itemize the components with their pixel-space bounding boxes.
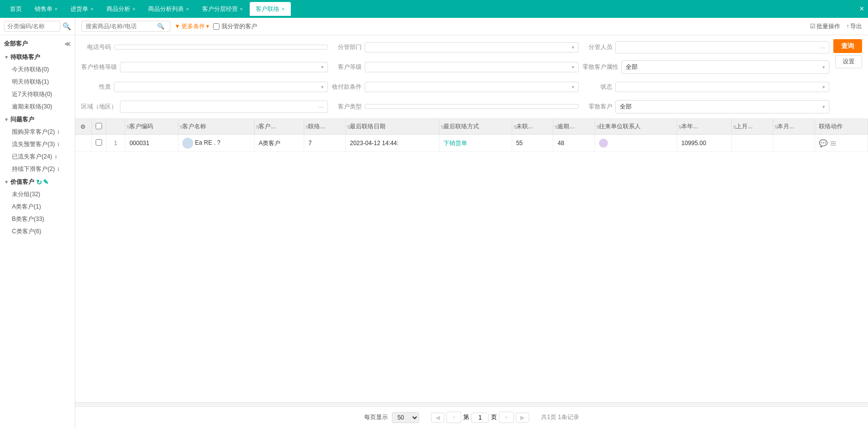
tab-product-analysis[interactable]: 商品分析 × — [101, 2, 141, 16]
th-checkbox[interactable] — [91, 119, 106, 135]
sidebar-item-today[interactable]: 今天待联络(0) — [0, 63, 75, 76]
sidebar-item-declining[interactable]: 持续下滑客户(2) ℹ — [0, 163, 75, 175]
page-input[interactable] — [471, 413, 489, 423]
prev-page-btn[interactable]: ＜ — [446, 412, 461, 423]
th-level[interactable]: ⇅ 客户... — [255, 119, 304, 135]
th-contact[interactable]: ⇅ 联络... — [304, 119, 346, 135]
filter-input-payment[interactable]: ▾ — [365, 82, 579, 92]
sidebar-group-pending[interactable]: ▼ 待联络客户 — [0, 51, 75, 63]
sidebar-item-7days[interactable]: 近7天待联络(0) — [0, 88, 75, 101]
info-icon-churned[interactable]: ℹ — [55, 154, 57, 160]
row-checkbox[interactable] — [91, 135, 106, 152]
filter-search-input[interactable] — [86, 23, 155, 30]
last-page-btn[interactable]: ▶ — [516, 413, 529, 423]
more-icon-manager[interactable]: ··· — [819, 44, 825, 51]
qr-icon[interactable]: ⊞ — [830, 139, 836, 147]
th-overdue[interactable]: ⇅ 逾期... — [553, 119, 595, 135]
tab-product-analysis-list-close[interactable]: × — [186, 6, 189, 12]
sidebar-item-b-class[interactable]: B类客户(33) — [0, 213, 75, 225]
filter-input-dept[interactable]: ▾ — [365, 42, 579, 53]
sidebar-search-input[interactable] — [4, 21, 60, 32]
th-current-month[interactable]: ⇅ 本月... — [773, 119, 815, 135]
tab-product-analysis-list[interactable]: 商品分析列表 × — [142, 2, 195, 16]
refresh-icon-value[interactable]: ↻ — [36, 178, 42, 186]
edit-icon-value[interactable]: ✎ — [43, 178, 49, 186]
settings-button[interactable]: 设置 — [835, 55, 862, 68]
tab-purchase-close[interactable]: × — [90, 6, 93, 12]
filter-input-customer-type[interactable] — [365, 104, 579, 109]
sidebar-item-hoarding[interactable]: 囤购异常客户(2) ℹ — [0, 126, 75, 138]
filter-search-icon[interactable]: 🔍 — [157, 23, 164, 30]
tab-customer-segment-close[interactable]: × — [240, 6, 243, 12]
th-not-contacted[interactable]: ⇅ 未联... — [512, 119, 553, 135]
filter-input-retail-attr[interactable]: 全部 ▾ — [621, 60, 829, 74]
sidebar-group-problem[interactable]: ▼ 问题客户 — [0, 113, 75, 126]
filter-input-phone[interactable] — [114, 45, 328, 50]
sidebar-group-value[interactable]: ▼ 价值客户 ↻ ✎ — [0, 175, 75, 188]
sidebar-all-customers-label: 全部客户 — [4, 40, 28, 48]
tab-home[interactable]: 首页 — [4, 2, 28, 16]
more-conditions-btn[interactable]: ▼ 更多条件 ▾ — [174, 22, 209, 31]
sidebar-item-c-class[interactable]: C类客户(6) — [0, 225, 75, 238]
sidebar-all-customers[interactable]: 全部客户 ≪ — [0, 37, 75, 51]
filter-search-box[interactable]: 🔍 — [81, 21, 170, 32]
info-icon-hoarding[interactable]: ℹ — [57, 129, 59, 135]
filter-input-customer-level[interactable]: ▾ — [365, 62, 579, 72]
row-select-checkbox[interactable] — [96, 139, 102, 146]
th-code[interactable]: ⇅ 客户编码 — [125, 119, 178, 135]
filter-input-nature[interactable]: ▾ — [114, 82, 328, 92]
tab-purchase[interactable]: 进货单 × — [64, 2, 99, 16]
filter-label-payment: 收付款条件 — [332, 83, 362, 91]
sidebar-item-churned[interactable]: 已流失客户(24) ℹ — [0, 151, 75, 163]
sidebar-item-unclassified[interactable]: 未分组(32) — [0, 188, 75, 201]
sidebar-item-tomorrow[interactable]: 明天待联络(1) — [0, 76, 75, 88]
tab-sales[interactable]: 销售单 × — [29, 2, 63, 16]
row-last-month — [732, 135, 773, 152]
sidebar-search-icon[interactable]: 🔍 — [62, 22, 71, 30]
more-icon-region[interactable]: ··· — [318, 103, 324, 110]
tab-product-analysis-close[interactable]: × — [132, 6, 135, 12]
th-last-method[interactable]: ⇅ 最后联络方式 — [439, 119, 512, 135]
filter-input-retail-customer[interactable]: 全部 ▾ — [615, 100, 829, 113]
select-all-checkbox[interactable] — [96, 123, 102, 129]
filter-input-price-level[interactable]: ▾ — [120, 62, 328, 72]
sidebar-item-a-class[interactable]: A类客户(1) — [0, 201, 75, 213]
th-last-date[interactable]: ⇅ 最后联络日期 — [346, 119, 439, 135]
info-icon-declining[interactable]: ℹ — [57, 166, 59, 172]
scrollbar-area[interactable] — [75, 402, 868, 406]
dropdown-arrow-price-level: ▾ — [321, 64, 324, 70]
chat-icon[interactable]: 💬 — [819, 139, 827, 147]
export-btn[interactable]: ↑ 导出 — [846, 22, 862, 31]
tab-customer-contact[interactable]: 客户联络 × — [250, 2, 290, 16]
filter-row-customer-type: 客户类型 — [332, 99, 579, 114]
filter-input-region[interactable]: ··· — [120, 101, 328, 113]
filter-row-status: 状态 ▾ — [583, 79, 829, 95]
filter-row-dept: 分管部门 ▾ — [332, 39, 579, 55]
th-name[interactable]: ⇅ 客户名称 — [178, 119, 255, 135]
my-customers-check[interactable] — [213, 23, 219, 30]
close-all-icon[interactable]: × — [860, 4, 864, 13]
batch-op-btn[interactable]: ☑ 批量操作 — [810, 22, 840, 31]
tab-customer-segment[interactable]: 客户分层经营 × — [196, 2, 249, 16]
sidebar-collapse-icon[interactable]: ≪ — [64, 41, 71, 48]
query-button[interactable]: 查询 — [833, 39, 862, 53]
sidebar-item-overdue[interactable]: 逾期未联络(30) — [0, 101, 75, 113]
row-last-method[interactable]: 下销货单 — [439, 135, 512, 152]
filter-input-manager[interactable]: ··· — [615, 41, 829, 54]
filter-input-status[interactable]: ▾ — [615, 82, 829, 92]
info-icon-churn-warning[interactable]: ℹ — [57, 142, 59, 147]
th-unit-contact[interactable]: ⇅ 往来单位联系人 — [595, 119, 677, 135]
th-settings[interactable]: ⚙ — [75, 119, 91, 135]
filter-bar: 🔍 ▼ 更多条件 ▾ 我分管的客户 ☑ 批量操作 ↑ 导出 — [75, 18, 868, 35]
next-page-btn[interactable]: ＞ — [499, 412, 514, 423]
th-current-year[interactable]: ⇅ 本年... — [677, 119, 732, 135]
first-page-btn[interactable]: ◀ — [431, 413, 444, 423]
last-method-link[interactable]: 下销货单 — [443, 140, 467, 147]
tab-sales-close[interactable]: × — [54, 6, 57, 12]
filter-label-nature: 性质 — [81, 83, 111, 91]
my-customers-checkbox[interactable]: 我分管的客户 — [213, 22, 257, 31]
tab-customer-contact-close[interactable]: × — [281, 6, 284, 12]
sidebar-item-churn-warning[interactable]: 流失预警客户(3) ℹ — [0, 138, 75, 151]
th-last-month[interactable]: ⇅ 上月... — [732, 119, 773, 135]
page-size-select[interactable]: 50 100 200 — [392, 412, 419, 423]
